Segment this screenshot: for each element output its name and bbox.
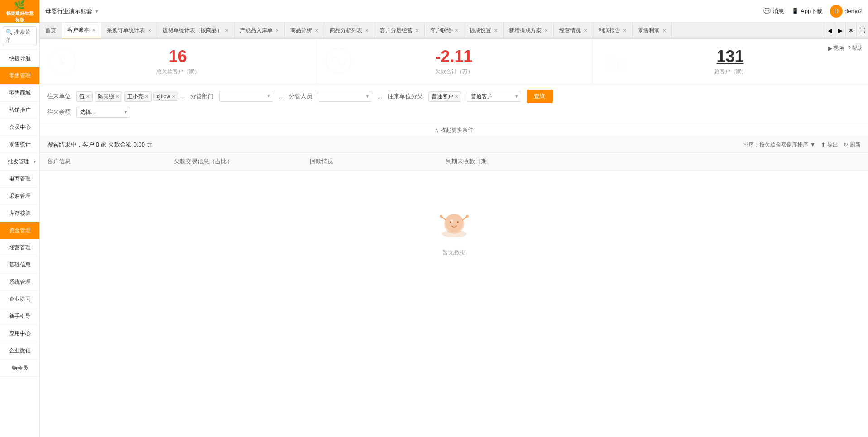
- tab-nav-prev[interactable]: ◀: [825, 23, 835, 39]
- topbar: 母婴行业演示账套 ▼ 💬 消息 📱 App下载 D demo2: [40, 0, 868, 23]
- sidebar-item-3[interactable]: 会员中心: [0, 119, 39, 136]
- tab-close-4[interactable]: ✕: [275, 28, 279, 33]
- sidebar-item-13[interactable]: 企业协同: [0, 291, 39, 308]
- tab-close-8[interactable]: ✕: [455, 28, 458, 33]
- tab-10[interactable]: 新增提成方案✕: [504, 23, 554, 39]
- tab-close-9[interactable]: ✕: [494, 28, 498, 33]
- account-selector-arrow: ▼: [94, 9, 99, 14]
- sidebar-item-14[interactable]: 新手引导: [0, 308, 39, 325]
- collapse-button[interactable]: ∧ 收起更多条件: [435, 126, 473, 134]
- stat-icon-building: [601, 47, 628, 76]
- tab-label-12: 利润报告: [599, 27, 620, 34]
- account-selector[interactable]: 母婴行业演示账套 ▼: [45, 7, 99, 15]
- sidebar-item-5[interactable]: 批发管理▾: [0, 153, 39, 171]
- tab-nav-next[interactable]: ▶: [835, 23, 845, 39]
- tab-close-2[interactable]: ✕: [148, 28, 151, 33]
- sidebar-item-1[interactable]: 零售商城: [0, 85, 39, 102]
- svg-rect-2: [617, 58, 624, 70]
- filter-tag-wu-close[interactable]: ✕: [86, 94, 90, 99]
- filter-category-select-wrapper: 普通客户: [467, 91, 521, 102]
- tab-6[interactable]: 商品分析列表✕: [324, 23, 374, 39]
- sidebar-item-9[interactable]: 资金管理: [0, 222, 39, 239]
- filter-person-select[interactable]: [318, 91, 372, 102]
- filter-bar: 往来单位 伍 ✕ 陈民强 ✕ 王小亮 ✕: [40, 84, 868, 124]
- tab-4[interactable]: 产成品入库单✕: [235, 23, 285, 39]
- tab-close-3[interactable]: ✕: [225, 28, 229, 33]
- logo-icon: 🌿: [14, 0, 25, 10]
- stat-value-total-customers: 131: [716, 47, 743, 66]
- filter-category-select[interactable]: 普通客户: [467, 91, 521, 102]
- tab-1[interactable]: 客户账本✕: [62, 23, 101, 39]
- filter-balance-select[interactable]: 选择...: [76, 107, 130, 118]
- tab-close-6[interactable]: ✕: [365, 28, 369, 33]
- filter-dept-select[interactable]: [219, 91, 273, 102]
- tab-nav-expand[interactable]: ⛶: [856, 23, 868, 39]
- refresh-button[interactable]: ↻ 刷新: [844, 141, 861, 149]
- tab-close-10[interactable]: ✕: [544, 28, 548, 33]
- message-button[interactable]: 💬 消息: [763, 7, 784, 15]
- tab-2[interactable]: 采购订单统计表✕: [101, 23, 157, 39]
- export-button[interactable]: ⬆ 导出: [821, 141, 838, 149]
- tab-5[interactable]: 商品分析✕: [285, 23, 324, 39]
- filter-dept-more[interactable]: ...: [279, 93, 283, 100]
- sidebar-item-7[interactable]: 采购管理: [0, 188, 39, 205]
- tab-7[interactable]: 客户分层经营✕: [374, 23, 425, 39]
- tab-nav-close-all[interactable]: ✕: [845, 23, 856, 39]
- sidebar-item-8[interactable]: 库存核算: [0, 205, 39, 222]
- tab-label-6: 商品分析列表: [330, 27, 362, 34]
- filter-person-more[interactable]: ...: [378, 93, 382, 100]
- stat-label-debt-amount: 欠款合计（万）: [435, 68, 473, 76]
- table-col-repay: 回款情况: [310, 157, 446, 166]
- sidebar-item-quick-nav[interactable]: 快捷导航: [0, 50, 39, 67]
- filter-tag-wang-close[interactable]: ✕: [145, 94, 149, 99]
- sidebar-item-2[interactable]: 营销推广: [0, 102, 39, 119]
- sidebar-item-17[interactable]: 畅会员: [0, 360, 39, 377]
- message-icon: 💬: [763, 8, 771, 14]
- svg-point-11: [445, 214, 463, 232]
- tab-12[interactable]: 利润报告✕: [593, 23, 633, 39]
- user-avatar-area[interactable]: D demo2: [830, 5, 863, 18]
- message-label: 消息: [772, 7, 784, 15]
- sidebar: 🌿 畅捷通好生意 标版 🔍 搜索菜单 快捷导航 零售管理零售商城营销推广会员中心…: [0, 0, 40, 437]
- sidebar-item-15[interactable]: 应用中心: [0, 325, 39, 342]
- filter-balance-wrapper: 选择...: [76, 107, 130, 118]
- sidebar-item-10[interactable]: 经营管理: [0, 239, 39, 256]
- tab-close-12[interactable]: ✕: [623, 28, 627, 33]
- video-help-button[interactable]: ▶ 视频: [828, 44, 844, 52]
- filter-tag-cjttcw-close[interactable]: ✕: [172, 94, 175, 99]
- filter-tag-normal-customer-close[interactable]: ✕: [455, 94, 458, 99]
- query-button[interactable]: 查询: [527, 90, 553, 103]
- tab-3[interactable]: 进货单统计表（按商品）✕: [157, 23, 235, 39]
- tab-close-5[interactable]: ✕: [315, 28, 318, 33]
- tab-0[interactable]: 首页: [40, 23, 62, 39]
- search-menu-button[interactable]: 🔍 搜索菜单: [3, 26, 37, 46]
- sidebar-item-0[interactable]: 零售管理: [0, 67, 39, 85]
- sidebar-item-11[interactable]: 基础信息: [0, 256, 39, 274]
- sort-selector[interactable]: 排序：按欠款金额倒序排序 ▼: [743, 141, 815, 149]
- tab-11[interactable]: 经营情况✕: [554, 23, 593, 39]
- search-result-info: 搜索结果中，客户 0 家 欠款金额 0.00 元: [47, 141, 153, 149]
- filter-unit-tags: 伍 ✕ 陈民强 ✕ 王小亮 ✕ cjttcw ✕: [76, 91, 185, 102]
- filter-dept-label: 分管部门: [190, 92, 214, 100]
- sidebar-item-6[interactable]: 电商管理: [0, 171, 39, 188]
- sidebar-item-12[interactable]: 系统管理: [0, 274, 39, 291]
- video-label: 视频: [833, 44, 844, 52]
- sidebar-item-4[interactable]: 零售统计: [0, 136, 39, 153]
- filter-tag-chen-close[interactable]: ✕: [115, 94, 119, 99]
- app-download-icon: 📱: [791, 8, 799, 14]
- sidebar-item-16[interactable]: 企业微信: [0, 342, 39, 360]
- tab-close-13[interactable]: ✕: [662, 28, 666, 33]
- tab-8[interactable]: 客户联络✕: [425, 23, 464, 39]
- empty-text: 暂无数据: [442, 248, 466, 256]
- tab-13[interactable]: 零售利润✕: [633, 23, 672, 39]
- help-button[interactable]: ? 帮助: [848, 44, 863, 52]
- filter-unit-more[interactable]: ...: [180, 93, 185, 100]
- result-debt-unit: 元: [147, 141, 153, 148]
- app-download-button[interactable]: 📱 App下载: [791, 7, 823, 15]
- tab-9[interactable]: 提成设置✕: [464, 23, 504, 39]
- tab-close-1[interactable]: ✕: [92, 28, 96, 33]
- filter-person-label: 分管人员: [289, 92, 312, 100]
- tab-close-11[interactable]: ✕: [584, 28, 587, 33]
- tab-close-7[interactable]: ✕: [415, 28, 419, 33]
- search-result-actions: 排序：按欠款金额倒序排序 ▼ ⬆ 导出 ↻ 刷新: [743, 141, 861, 149]
